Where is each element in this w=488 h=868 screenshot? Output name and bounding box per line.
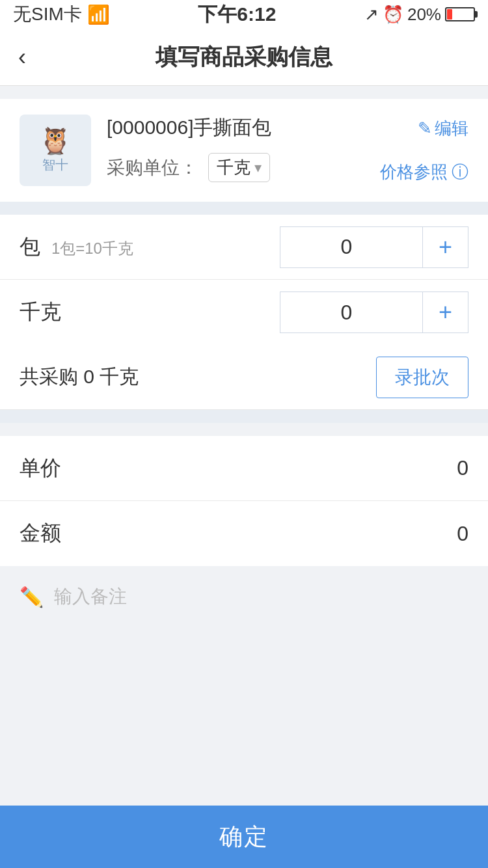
price-ref-button[interactable]: 价格参照 ⓘ (380, 161, 468, 183)
carrier-text: 无SIM卡 (13, 2, 82, 27)
notes-placeholder: 输入备注 (54, 584, 127, 609)
bag-label-group: 包 1包=10千克 (20, 233, 280, 262)
page-title: 填写商品采购信息 (156, 42, 332, 72)
location-icon: ↗ (364, 5, 379, 25)
total-text: 共采购 0 千克 (20, 364, 139, 390)
kg-input-wrap: + (280, 292, 468, 333)
alarm-icon: ⏰ (383, 5, 403, 25)
bag-sublabel: 1包=10千克 (51, 239, 133, 257)
unit-price-label: 单价 (20, 454, 61, 483)
kg-label: 千克 (20, 298, 280, 327)
unit-price-row: 单价 0 (0, 436, 488, 501)
bag-number-input[interactable] (280, 226, 423, 268)
price-ref-label: 价格参照 (380, 161, 448, 183)
batch-button[interactable]: 录批次 (376, 357, 468, 398)
unit-price-value: 0 (457, 456, 468, 480)
product-name: [0000006]手撕面包 (107, 115, 468, 141)
section-divider-1 (0, 202, 488, 215)
bag-plus-button[interactable]: + (423, 226, 468, 268)
empty-area (0, 627, 488, 790)
status-left: 无SIM卡 📶 (13, 2, 110, 27)
main-content: 🦉 智十 [0000006]手撕面包 采购单位： 千克 ▾ ✎ 编辑 价格参照 … (0, 99, 488, 855)
edit-icon: ✎ (418, 118, 432, 139)
section-divider-2 (0, 410, 488, 423)
unit-label: 采购单位： (107, 156, 198, 180)
product-card: 🦉 智十 [0000006]手撕面包 采购单位： 千克 ▾ ✎ 编辑 价格参照 … (0, 99, 488, 202)
confirm-button[interactable]: 确定 (0, 806, 488, 868)
unit-value: 千克 (217, 156, 251, 179)
battery-icon (445, 7, 475, 21)
kg-input-row: 千克 + (0, 280, 488, 345)
amount-value: 0 (457, 522, 468, 546)
notes-section[interactable]: ✏️ 输入备注 (0, 566, 488, 627)
bag-input-wrap: + (280, 226, 468, 268)
status-time: 下午6:12 (198, 1, 276, 28)
total-row: 共采购 0 千克 录批次 (0, 345, 488, 410)
back-button[interactable]: ‹ (18, 44, 26, 71)
amount-label: 金额 (20, 519, 61, 548)
kg-plus-button[interactable]: + (423, 292, 468, 333)
status-bar: 无SIM卡 📶 下午6:12 ↗ ⏰ 20% (0, 0, 488, 29)
bag-label: 包 (20, 235, 40, 258)
wifi-icon: 📶 (87, 4, 110, 25)
chevron-down-icon: ▾ (254, 159, 262, 176)
nav-bar: ‹ 填写商品采购信息 (0, 29, 488, 86)
bag-input-row: 包 1包=10千克 + (0, 215, 488, 280)
status-right: ↗ ⏰ 20% (364, 5, 475, 25)
edit-label: 编辑 (435, 117, 468, 140)
input-section: 包 1包=10千克 + 千克 + (0, 215, 488, 345)
product-brand-text: 智十 (42, 156, 68, 174)
price-section: 单价 0 金额 0 (0, 436, 488, 566)
amount-row: 金额 0 (0, 501, 488, 566)
product-owl-icon: 🦉 (39, 128, 72, 154)
kg-number-input[interactable] (280, 292, 423, 333)
edit-button[interactable]: ✎ 编辑 (418, 117, 468, 140)
product-thumbnail: 🦉 智十 (20, 115, 91, 186)
pencil-icon: ✏️ (20, 586, 44, 608)
price-ref-help-icon: ⓘ (452, 161, 468, 183)
battery-text: 20% (407, 5, 441, 25)
unit-select[interactable]: 千克 ▾ (208, 153, 270, 182)
